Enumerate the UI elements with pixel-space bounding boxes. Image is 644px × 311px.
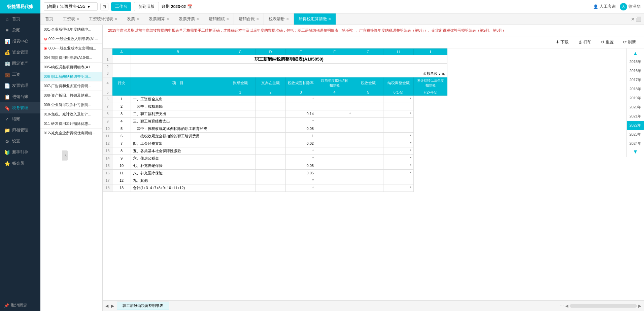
company-selector[interactable]: (勿删）江西股宝-LSS ▼: [44, 2, 98, 11]
sheet-area[interactable]: ▲ 2015年 2016年 2017年 2018年 2019年 2020年 20…: [103, 48, 644, 301]
app-logo: 畅捷通易代账: [0, 0, 40, 13]
list-item-008[interactable]: 008-资产折旧、摊销及纳税...: [40, 91, 102, 100]
list-item-002[interactable]: ⊗ 002-一般企业收入明细表(A1...: [40, 34, 102, 44]
calendar-icon[interactable]: 📅: [187, 4, 192, 9]
year-2016[interactable]: 2016年: [627, 66, 644, 75]
year-2020[interactable]: 2020年: [627, 103, 644, 112]
tab-income-tax[interactable]: 所得税汇算清缴 ✕: [294, 13, 336, 25]
bottom-tabbar: ◀ ▶ 职工薪酬纳税调整明细表 ⋯ ◀ ▶: [103, 300, 644, 311]
year-2021[interactable]: 2021年: [627, 112, 644, 121]
prev-sheet-button[interactable]: ◀: [105, 304, 108, 308]
list-item-003[interactable]: ⊗ 003-一般企业成本支出明细...: [40, 44, 102, 53]
sidebar-item-funds[interactable]: 💰 资金管理: [0, 47, 40, 58]
close-salary-table-icon[interactable]: ✕: [76, 17, 79, 21]
topbar-right: 👤 人工客询 人 徐泽华: [593, 3, 641, 10]
collapse-panel-button[interactable]: 《: [62, 150, 68, 161]
list-item-006[interactable]: 006-职工薪酬纳税调整明细...: [40, 72, 102, 81]
sheet-scroll-left[interactable]: ◀: [565, 304, 568, 308]
year-2018[interactable]: 2018年: [627, 84, 644, 94]
year-2015[interactable]: 2015年: [627, 57, 644, 66]
close-purchase-ledger-icon[interactable]: ✕: [256, 17, 259, 21]
year-2023[interactable]: 2023年: [627, 130, 644, 139]
year-2022[interactable]: 2022年: [627, 121, 644, 130]
item-label-001: 001-企业所得税年度纳税申...: [44, 27, 91, 32]
close-invoice-calc-icon[interactable]: ✕: [166, 17, 169, 21]
tab-invoice[interactable]: 发票 ✕: [122, 13, 144, 25]
list-item-010[interactable]: 010-免税、减计收入及加计...: [40, 110, 102, 119]
close-salary-report-icon[interactable]: ✕: [114, 17, 117, 21]
sidebar-item-assets[interactable]: 🏢 固定资产: [0, 58, 40, 69]
close-all-icon[interactable]: ✕: [631, 16, 635, 22]
reset-button[interactable]: ↺ 重置: [598, 38, 616, 46]
col-num-5: 5: [353, 89, 383, 95]
list-item-001[interactable]: 001-企业所得税年度纳税申...: [40, 25, 102, 34]
col-c-header: 账载全额: [225, 77, 256, 89]
sidebar-item-reports[interactable]: 📊 报表中心: [0, 36, 40, 47]
content-area: 001-企业所得税年度纳税申... ⊗ 002-一般企业收入明细表(A1... …: [40, 25, 644, 311]
col-header-C: C: [225, 48, 256, 55]
support-button[interactable]: 👤 人工客询: [593, 4, 616, 9]
sidebar-item-home[interactable]: ⌂ 首页: [0, 13, 40, 25]
tab-invoice-calc[interactable]: 发票测算 ✕: [144, 13, 174, 25]
funds-icon: 💰: [4, 50, 10, 55]
list-item-005[interactable]: 005-纳税调整项目明细表(A1...: [40, 63, 102, 72]
year-down-button[interactable]: ▼: [632, 148, 639, 156]
copy-button[interactable]: ⊡: [100, 3, 108, 10]
list-item-009[interactable]: 009-企业所得税弥补亏损明...: [40, 100, 102, 110]
refresh-button[interactable]: ⟳ 刷新: [620, 38, 639, 46]
close-tax-book-icon[interactable]: ✕: [286, 17, 289, 21]
member-icon: ⭐: [4, 161, 10, 166]
year-2024[interactable]: 2024年: [627, 139, 644, 148]
sidebar-item-member[interactable]: ⭐ 畅会员: [0, 158, 40, 169]
next-sheet-button[interactable]: ▶: [111, 304, 114, 308]
list-item-004[interactable]: 004-期间费用明细表(A1040...: [40, 53, 102, 63]
tab-invoice-issue[interactable]: 发票开票 ✕: [174, 13, 204, 25]
row-num-3: 3: [103, 70, 112, 77]
list-item-012[interactable]: 012-减免企业所得税优惠明细...: [40, 129, 102, 138]
close-audit-icon[interactable]: ✕: [226, 17, 229, 21]
support-icon: 👤: [593, 4, 598, 9]
download-button[interactable]: ⬇ 下载: [553, 38, 571, 46]
table-row: 10 5 其中：按税收规定比例扣除的职工教育经费 0.08: [103, 125, 447, 132]
tab-tax-book[interactable]: 税表清册 ✕: [264, 13, 294, 25]
tab-salary-table[interactable]: 工资表 ✕: [58, 13, 84, 25]
list-item-011[interactable]: 011-研发费用加计扣除优惠...: [40, 119, 102, 129]
close-invoice-issue-icon[interactable]: ✕: [196, 17, 199, 21]
close-invoice-icon[interactable]: ✕: [136, 17, 139, 21]
tab-purchase-ledger[interactable]: 进销台账 ✕: [234, 13, 264, 25]
sheet-menu-icon[interactable]: ⋯: [560, 304, 564, 308]
sidebar-item-salary[interactable]: 💼 工资: [0, 69, 40, 80]
sidebar-item-invoice[interactable]: 📄 发票管理: [0, 80, 40, 91]
year-2017[interactable]: 2017年: [627, 75, 644, 84]
year-up-button[interactable]: ▲: [632, 50, 639, 57]
tab-salary-report[interactable]: 工资统计报表 ✕: [84, 13, 122, 25]
horizontal-scrollbar[interactable]: [570, 304, 637, 308]
warning-bar: 2019年度涉及取以前年度结转数据的申报表单元格需要手工维护正确，才能确证本年及…: [103, 25, 644, 36]
table-row: 9 4 三、职工教育经费支出 *: [103, 117, 447, 125]
sidebar-item-purchases[interactable]: 📋 进销台账: [0, 91, 40, 102]
sidebar-item-settings[interactable]: ⚙ 设置: [0, 136, 40, 147]
sidebar-item-guide[interactable]: 🔰 新手引导: [0, 147, 40, 158]
tab-home[interactable]: 首页: [40, 13, 58, 25]
sidebar-item-archive[interactable]: 📁 归档管理: [0, 125, 40, 136]
list-item-007[interactable]: 007-广告费和业务宣传费明...: [40, 81, 102, 91]
bottom-tab-salary-adjust[interactable]: 职工薪酬纳税调整明细表: [117, 302, 169, 310]
sidebar-item-tax[interactable]: 🔖 税务管理: [0, 102, 40, 113]
col-header-A: A: [112, 48, 131, 55]
user-profile[interactable]: 人 徐泽华: [620, 3, 641, 10]
item-label-012: 012-减免企业所得税优惠明细...: [44, 131, 95, 136]
year-2019[interactable]: 2019年: [627, 94, 644, 103]
tab-audit[interactable]: 进销稽核 ✕: [204, 13, 234, 25]
sidebar-item-close[interactable]: ✓ 结账: [0, 113, 40, 125]
unpin-button[interactable]: 📌 取消固定: [0, 300, 40, 311]
workspace-button[interactable]: 工作台: [111, 2, 131, 11]
sidebar-item-ledger[interactable]: ≡ 总账: [0, 25, 40, 36]
close-income-tax-icon[interactable]: ✕: [328, 17, 331, 21]
sheet-scroll-right[interactable]: ▶: [638, 304, 641, 308]
right-panel: 2019年度涉及取以前年度结转数据的申报表单元格需要手工维护正确，才能确证本年及…: [103, 25, 644, 311]
maximize-icon[interactable]: ⬜: [636, 16, 641, 22]
col-header-B: B: [131, 48, 225, 55]
switch-version-button[interactable]: 切到旧版: [134, 2, 159, 11]
col-idx-header: 行次: [112, 77, 131, 89]
print-button[interactable]: 🖨 打印: [575, 38, 594, 46]
